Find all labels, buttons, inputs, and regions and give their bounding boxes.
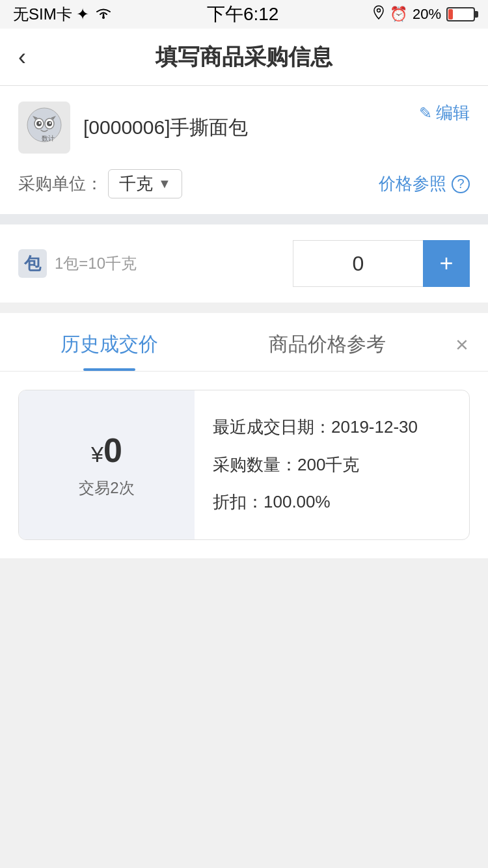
product-owl-icon: 数计 — [26, 107, 62, 149]
unit-label-row: 采购单位： 千克 ▼ — [18, 169, 182, 198]
currency-symbol: ¥ — [91, 442, 103, 467]
page-title: 填写商品采购信息 — [156, 42, 332, 72]
chevron-down-icon: ▼ — [158, 176, 171, 191]
price-reference-button[interactable]: 价格参照 ? — [379, 172, 470, 195]
product-header: 数计 [0000006]手撕面包 ✎ 编辑 — [18, 102, 470, 154]
unit-value: 千克 — [119, 172, 153, 195]
product-name: [0000006]手撕面包 — [83, 115, 248, 141]
carrier-text: 无SIM卡 ✦ — [13, 4, 89, 25]
quantity-input[interactable] — [293, 240, 423, 287]
main-content — [0, 558, 488, 868]
quantity-plus-button[interactable]: + — [423, 240, 470, 287]
edit-icon: ✎ — [419, 104, 432, 122]
product-section: 数计 [0000006]手撕面包 ✎ 编辑 采购单位： 千克 ▼ 价格参照 ? — [0, 86, 488, 214]
recent-date-row: 最近成交日期：2019-12-30 — [213, 414, 451, 441]
svg-point-8 — [49, 122, 51, 124]
status-left: 无SIM卡 ✦ — [13, 4, 113, 25]
price-number: 0 — [103, 431, 122, 469]
quantity-section: 包 1包=10千克 + — [0, 224, 488, 303]
history-card-right: 最近成交日期：2019-12-30 采购数量：200千克 折扣：100.00% — [195, 390, 469, 539]
purchase-quantity-row: 采购数量：200千克 — [213, 452, 451, 479]
history-price-value: ¥0 — [91, 431, 122, 470]
unit-label: 采购单位： — [18, 172, 103, 195]
battery-icon — [446, 7, 475, 21]
svg-point-0 — [102, 16, 105, 19]
nav-bar: ‹ 填写商品采购信息 — [0, 29, 488, 86]
status-right: ⏰ 20% — [373, 5, 475, 23]
product-left: 数计 [0000006]手撕面包 — [18, 102, 248, 154]
location-icon — [373, 5, 385, 23]
discount-row: 折扣：100.00% — [213, 489, 451, 516]
unit-conversion-desc: 1包=10千克 — [55, 253, 137, 274]
quantity-input-group: + — [293, 240, 470, 287]
unit-select-dropdown[interactable]: 千克 ▼ — [108, 169, 182, 198]
quantity-value: 200千克 — [297, 455, 359, 474]
product-thumbnail: 数计 — [18, 102, 70, 154]
question-icon: ? — [452, 175, 470, 193]
tab-product-price-label: 商品价格参考 — [269, 333, 386, 355]
svg-text:数计: 数计 — [42, 135, 55, 142]
battery-percent: 20% — [413, 6, 441, 23]
status-bar: 无SIM卡 ✦ 下午6:12 ⏰ 20% — [0, 0, 488, 29]
section-divider — [0, 214, 488, 224]
product-unit-row: 采购单位： 千克 ▼ 价格参照 ? — [18, 169, 470, 198]
tab-close-button[interactable]: × — [436, 314, 488, 370]
history-card-left: ¥0 交易2次 — [19, 390, 195, 539]
back-button[interactable]: ‹ — [18, 44, 26, 71]
quantity-label: 采购数量： — [213, 455, 297, 474]
tab-history-price[interactable]: 历史成交价 — [0, 313, 218, 371]
price-ref-label: 价格参照 — [379, 172, 446, 195]
tab-product-price-ref[interactable]: 商品价格参考 — [218, 313, 436, 371]
edit-label: 编辑 — [436, 102, 470, 124]
tab-bar: 历史成交价 商品价格参考 × — [0, 313, 488, 372]
history-price-card: ¥0 交易2次 最近成交日期：2019-12-30 采购数量：200千克 折扣：… — [18, 390, 470, 540]
tab-content: ¥0 交易2次 最近成交日期：2019-12-30 采购数量：200千克 折扣：… — [0, 372, 488, 558]
recent-date-label: 最近成交日期： — [213, 417, 331, 437]
svg-point-1 — [377, 9, 380, 12]
tab-section: 历史成交价 商品价格参考 × ¥0 交易2次 最近成交日期：2019-12-30… — [0, 313, 488, 558]
status-time: 下午6:12 — [207, 2, 279, 27]
trade-count: 交易2次 — [79, 478, 134, 498]
tab-history-label: 历史成交价 — [61, 333, 158, 355]
discount-label: 折扣： — [213, 492, 264, 511]
wifi-icon — [94, 5, 113, 23]
unit-box: 包 — [18, 249, 47, 278]
discount-value: 100.00% — [264, 492, 331, 511]
recent-date-value: 2019-12-30 — [331, 417, 418, 437]
edit-button[interactable]: ✎ 编辑 — [419, 102, 470, 124]
quantity-unit-info: 包 1包=10千克 — [18, 249, 137, 278]
alarm-icon: ⏰ — [390, 6, 407, 23]
svg-point-7 — [39, 122, 41, 124]
